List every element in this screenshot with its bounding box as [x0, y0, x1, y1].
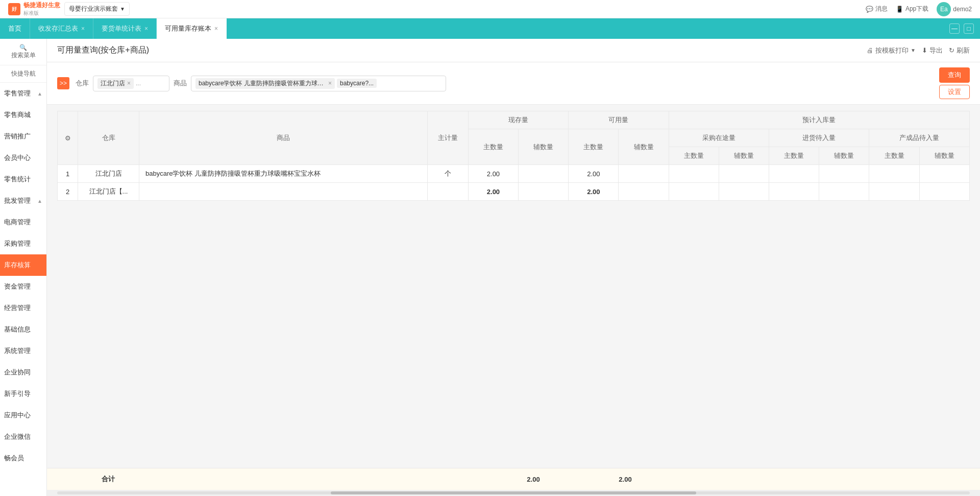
footer-production-sub — [924, 473, 970, 486]
tab-bar: 首页 收发存汇总表 × 要货单统计表 × 可用量库存账本 × — □ — [0, 18, 980, 39]
row-1-warehouse: 江北门店 — [78, 165, 139, 183]
tab-order-stats[interactable]: 要货单统计表 × — [93, 18, 157, 39]
table-footer: 合计 2.00 2.00 — [47, 468, 980, 490]
sidebar-item-system-mgmt-label: 系统管理 — [4, 346, 31, 356]
sidebar-item-enterprise-wechat-label: 企业微信 — [4, 432, 31, 441]
tab-minimize-btn[interactable]: — — [949, 23, 960, 34]
user-area[interactable]: Ea demo2 — [937, 2, 972, 16]
table-row: 1 江北门店 babycare学饮杯 儿童防摔防撞吸管杯重力球吸嘴杯宝宝水杯 个… — [58, 165, 970, 183]
refresh-btn[interactable]: ↻ 刷新 — [949, 46, 970, 55]
sidebar-quick-nav-label: 快捷导航 — [11, 70, 36, 77]
th-settings[interactable]: ⚙ — [58, 111, 78, 165]
filter-group: 仓库 江北门店 × ... 商品 babycare学饮杯 儿童防摔防撞吸管杯重力… — [76, 76, 933, 91]
company-selector[interactable]: 母婴行业演示账套 ▼ — [64, 2, 130, 16]
row-1-available-sub — [619, 165, 669, 183]
scrollbar-thumb[interactable] — [331, 491, 696, 494]
sidebar-item-enterprise-wechat[interactable]: 企业微信 — [0, 426, 46, 447]
sidebar-item-finance-mgmt-label: 资金管理 — [4, 282, 31, 291]
th-product: 商品 — [139, 111, 428, 165]
tab-available-inventory[interactable]: 可用量库存账本 × — [157, 18, 227, 39]
row-1-stock-sub — [519, 165, 569, 183]
avatar-text: Ea — [940, 6, 948, 13]
filter-actions: 查询 设置 — [939, 67, 970, 99]
sidebar-item-retail-stats-label: 零售统计 — [4, 175, 31, 184]
row-2-production-main — [869, 183, 919, 201]
row-2-stock-sub — [519, 183, 569, 201]
tab-receivable-close[interactable]: × — [81, 25, 85, 32]
settings-icon: ⚙ — [65, 134, 71, 142]
warehouse-tag-text: 江北门店 — [101, 79, 125, 88]
row-1-num: 1 — [58, 165, 78, 183]
warehouse-filter-label: 仓库 — [76, 79, 89, 88]
sidebar-item-basic-info[interactable]: 基础信息 — [0, 319, 46, 340]
print-template-label: 按模板打印 — [875, 46, 909, 55]
tab-receivable-label: 收发存汇总表 — [38, 24, 78, 33]
product-tag2-text: babycare?... — [340, 80, 374, 87]
sidebar-item-system-mgmt[interactable]: 系统管理 — [0, 340, 46, 362]
tab-order-stats-close[interactable]: × — [144, 25, 148, 32]
sidebar-item-new-guide[interactable]: 新手引导 — [0, 383, 46, 405]
sidebar-item-retail-mgmt[interactable]: 零售管理 ▲ — [0, 83, 46, 104]
sidebar-quick-nav[interactable]: 快捷导航 — [0, 65, 46, 83]
th-planned-inbound: 预计入库量 — [669, 111, 969, 129]
sidebar-item-wholesale-mgmt[interactable]: 批发管理 ▲ — [0, 190, 46, 211]
row-2-warehouse: 江北门店【... — [78, 183, 139, 201]
sidebar-item-vip-member[interactable]: 畅会员 — [0, 447, 46, 469]
row-2-product — [139, 183, 428, 201]
sidebar-item-app-center[interactable]: 应用中心 — [0, 405, 46, 426]
row-1-available-main: 2.00 — [569, 165, 619, 183]
chevron-icon: ▲ — [37, 198, 42, 204]
row-2-purchased-main — [669, 183, 719, 201]
row-2-available-main: 2.00 — [569, 183, 619, 201]
th-available: 可用量 — [569, 111, 669, 129]
tab-maximize-btn[interactable]: □ — [964, 23, 974, 34]
table-container: ⚙ 仓库 商品 主计量 现存量 可用量 预计入库量 主数量 辅数量 主数量 辅数… — [47, 105, 980, 468]
sidebar-item-purchase-mgmt[interactable]: 采购管理 — [0, 233, 46, 254]
sidebar-item-finance-mgmt[interactable]: 资金管理 — [0, 276, 46, 297]
sidebar-item-member-center[interactable]: 会员中心 — [0, 147, 46, 169]
logo-text: 畅捷通好生意 标准版 — [23, 1, 60, 17]
query-button[interactable]: 查询 — [939, 67, 970, 83]
app-download-btn[interactable]: 📱 App下载 — [896, 5, 928, 13]
horizontal-scrollbar[interactable] — [47, 490, 980, 496]
row-2-unit — [427, 183, 468, 201]
product-filter-input[interactable]: babycare学饮杯 儿童防摔防撞吸管杯重力球吸嘴杯宝宝水杯 × babyca… — [191, 76, 446, 91]
sidebar-item-retail-mall[interactable]: 零售商城 — [0, 104, 46, 126]
settings-button[interactable]: 设置 — [939, 85, 970, 99]
sidebar-item-enterprise-collab[interactable]: 企业协同 — [0, 362, 46, 383]
th-stock: 现存量 — [468, 111, 568, 129]
warehouse-tag-close[interactable]: × — [127, 80, 131, 87]
footer-empty-1 — [57, 473, 78, 486]
sidebar-item-ecommerce-mgmt[interactable]: 电商管理 — [0, 211, 46, 233]
sidebar-item-member-center-label: 会员中心 — [4, 153, 31, 162]
row-1-inbound-main — [769, 165, 819, 183]
messages-btn[interactable]: 💬 消息 — [866, 5, 888, 13]
top-bar-right: 💬 消息 📱 App下载 Ea demo2 — [866, 2, 972, 16]
print-template-btn[interactable]: 🖨 按模板打印 ▼ — [867, 46, 916, 55]
tab-home[interactable]: 首页 — [0, 18, 30, 39]
tab-receivable[interactable]: 收发存汇总表 × — [30, 18, 93, 39]
print-icon: 🖨 — [867, 46, 873, 54]
tab-available-inventory-close[interactable]: × — [214, 25, 218, 32]
sidebar-item-inventory-check[interactable]: 库存核算 — [0, 254, 46, 276]
product-tag1-close[interactable]: × — [328, 80, 332, 87]
row-2-stock-main: 2.00 — [468, 183, 518, 201]
sidebar-item-retail-stats[interactable]: 零售统计 — [0, 169, 46, 190]
tab-available-inventory-label: 可用量库存账本 — [165, 24, 211, 33]
row-1-stock-main: 2.00 — [468, 165, 518, 183]
warehouse-filter-input[interactable]: 江北门店 × ... — [93, 76, 169, 91]
sidebar-item-marketing[interactable]: 营销推广 — [0, 126, 46, 147]
th-production-sub: 辅数量 — [919, 147, 969, 165]
row-2-inbound-sub — [819, 183, 869, 201]
sidebar-item-operations-mgmt[interactable]: 经营管理 — [0, 297, 46, 319]
messages-label: 消息 — [875, 5, 888, 13]
row-1-inbound-sub — [819, 165, 869, 183]
export-btn[interactable]: ⬇ 导出 — [922, 46, 943, 55]
user-name: demo2 — [953, 6, 972, 13]
sidebar-search[interactable]: 🔍 搜索菜单 — [0, 39, 46, 65]
avatar: Ea — [937, 2, 951, 16]
sidebar-item-app-center-label: 应用中心 — [4, 411, 31, 420]
filter-toggle-btn[interactable]: >> — [57, 77, 69, 89]
search-icon: 🔍 — [19, 44, 27, 51]
sidebar-item-basic-info-label: 基础信息 — [4, 325, 31, 334]
